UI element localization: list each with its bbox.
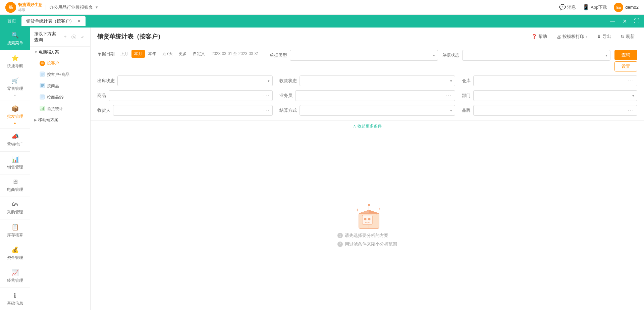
warehouse-field: 仓库 ··· [462, 75, 637, 86]
sidebar-item-search[interactable]: 🔍 搜索菜单 [0, 28, 30, 50]
export-btn[interactable]: ⬇ 导出 [594, 32, 614, 41]
svg-rect-7 [41, 75, 43, 75]
page-header: 销货单统计表（按客户） ❓ 帮助 🖨 按模板打印 ▾ ⬇ 导出 [91, 28, 644, 45]
sidebar-item-retail[interactable]: 🛒 零售管理 ▴ [0, 73, 30, 101]
settings-btn[interactable]: 设置 [614, 61, 637, 71]
out-status-label: 出库状态 [97, 78, 115, 84]
sidebar-item-quick-nav[interactable]: ⭐ 快捷导航 [0, 50, 30, 73]
scheme-item-customer-goods[interactable]: 按客户+商品 [30, 69, 90, 80]
collapse-bar[interactable]: ∧ 收起更多条件 [91, 120, 644, 132]
tab-minimize-btn[interactable]: — [608, 16, 617, 26]
salesman-input[interactable]: ··· [295, 90, 455, 101]
logo-area: 畅 畅捷通好生意 标版 [5, 2, 42, 13]
scheme-item-by-customer[interactable]: 客 按客户 [30, 58, 90, 69]
warehouse-label: 仓库 [462, 78, 471, 84]
print-icon: 🖨 [556, 34, 561, 39]
receiver-dots-icon: ··· [263, 107, 270, 113]
svg-rect-6 [41, 74, 44, 74]
dept-input[interactable]: ▾ [473, 90, 637, 101]
date-tab-custom[interactable]: 自定义 [190, 50, 208, 58]
pay-status-label: 收款状态 [279, 78, 297, 84]
message-btn[interactable]: 💬 消息 [559, 4, 576, 10]
collapse-sub-btn[interactable]: « [79, 33, 86, 41]
doc-status-input[interactable]: ▾ [462, 50, 610, 61]
tab-home[interactable]: 首页 [3, 16, 21, 26]
top-header: 畅 畅捷通好生意 标版 办公用品行业模拟账套 ▾ 💬 消息 📱 App下载 Ea [0, 0, 644, 15]
date-tab-more[interactable]: 更多 [176, 50, 190, 58]
sidebar-item-inventory[interactable]: 📋 库存核算 [0, 219, 30, 242]
date-tab-this-year[interactable]: 本年 [146, 50, 159, 58]
refresh-btn[interactable]: ↻ 刷新 [618, 32, 637, 41]
date-range: 2023-03-01 至 2023-03-31 [212, 51, 259, 57]
settlement-input[interactable]: ▾ [300, 105, 455, 116]
app-download-icon: 📱 [583, 4, 589, 10]
tab-bar: 首页 销货单统计表（按客户） ✕ — ✕ ⛶ [0, 15, 644, 28]
empty-tips: 1 请先选择要分析的方案 2 用过滤条件来缩小分析范围 [337, 232, 397, 247]
tab-sales-stats[interactable]: 销货单统计表（按客户） ✕ [21, 16, 86, 26]
sidebar-item-wholesale[interactable]: 📦 批发管理 ▴ [0, 101, 30, 129]
date-tab-this-month[interactable]: 本月 [131, 50, 145, 58]
doc-type-chevron-icon: ▾ [433, 53, 435, 58]
brand-input[interactable]: ··· [473, 105, 637, 116]
sidebar: 🔍 搜索菜单 ⭐ 快捷导航 🛒 零售管理 ▴ 📦 批发管理 ▴ 📣 营销推广 📊… [0, 28, 30, 310]
receiver-input[interactable]: ··· [113, 105, 273, 116]
query-btn[interactable]: 查询 [614, 50, 637, 60]
scheme-item-return-stats[interactable]: 退货统计 [30, 103, 90, 114]
svg-rect-15 [41, 98, 43, 98]
scheme-item-by-goods[interactable]: 按商品 [30, 80, 90, 92]
sidebar-item-operation[interactable]: 📈 经营管理 [0, 265, 30, 288]
app-download-btn[interactable]: 📱 App下载 [583, 4, 607, 10]
edit-scheme-btn[interactable]: ✎ [70, 33, 77, 41]
help-icon: ❓ [531, 34, 537, 39]
purchase-icon: 🛍 [12, 201, 18, 208]
print-btn[interactable]: 🖨 按模板打印 ▾ [554, 32, 590, 41]
inventory-icon: 📋 [11, 223, 19, 231]
svg-text:畅: 畅 [9, 5, 13, 10]
dept-chevron-icon: ▾ [632, 94, 634, 98]
svg-text:✎: ✎ [72, 35, 75, 39]
out-status-input[interactable]: ▾ [117, 75, 273, 86]
svg-rect-5 [41, 73, 44, 73]
sidebar-item-purchase[interactable]: 🛍 采购管理 [0, 197, 30, 219]
sidebar-item-marketing[interactable]: 📣 营销推广 [0, 129, 30, 152]
goods99-icon [40, 94, 45, 100]
tab-expand-btn[interactable]: ⛶ [632, 16, 641, 26]
svg-text:✦: ✦ [356, 207, 360, 213]
mobile-scheme-title[interactable]: ▶ 移动端方案 [30, 114, 90, 125]
sidebar-item-ecommerce[interactable]: 🖥 电商管理 [0, 174, 30, 197]
sidebar-item-sales[interactable]: 📊 销售管理 [0, 152, 30, 174]
empty-tip-1: 1 请先选择要分析的方案 [337, 232, 397, 239]
sidebar-item-finance[interactable]: 💰 资金管理 [0, 242, 30, 265]
date-tab-7days[interactable]: 近7天 [160, 50, 175, 58]
svg-text:✦: ✦ [376, 213, 378, 216]
settlement-field: 结算方式 ▾ [279, 105, 455, 116]
doc-type-input[interactable]: ▾ [290, 50, 438, 61]
salesman-field: 业务员 ··· [279, 90, 455, 101]
scheme-item-goods99[interactable]: 按商品99 [30, 92, 90, 103]
date-tab-last-month[interactable]: 上月 [117, 50, 131, 58]
add-scheme-btn[interactable]: + [61, 33, 69, 41]
help-btn[interactable]: ❓ 帮助 [529, 32, 550, 41]
salesman-label: 业务员 [279, 93, 292, 99]
tab-close-btn[interactable]: ✕ [77, 19, 81, 23]
svg-rect-9 [41, 84, 44, 85]
system-title[interactable]: 办公用品行业模拟账套 ▾ [49, 4, 98, 10]
filter-row-3: 商品 ··· 业务员 ··· 部门 [97, 90, 637, 101]
warehouse-input[interactable]: ··· [473, 75, 637, 86]
pay-status-input[interactable]: ▾ [300, 75, 455, 86]
goods-field: 商品 ··· [97, 90, 273, 101]
out-status-field: 出库状态 ▾ [97, 75, 273, 86]
svg-point-23 [364, 218, 367, 220]
tab-close-all-btn[interactable]: ✕ [620, 16, 629, 26]
main-layout: 🔍 搜索菜单 ⭐ 快捷导航 🛒 零售管理 ▴ 📦 批发管理 ▴ 📣 营销推广 📊… [0, 28, 644, 310]
desktop-scheme-title[interactable]: ▼ 电脑端方案 [30, 47, 90, 58]
header-right: 💬 消息 📱 App下载 Ea demo2 [559, 3, 639, 12]
user-avatar-area[interactable]: Ea demo2 [614, 3, 639, 12]
sub-sidebar-header: 按以下方案查询 + ✎ « [30, 28, 90, 47]
goods-input[interactable]: ··· [109, 90, 273, 101]
receiver-field: 收货人 ··· [97, 105, 273, 116]
warehouse-dots-icon: ··· [628, 78, 634, 84]
receiver-label: 收货人 [97, 107, 110, 113]
sidebar-item-basic[interactable]: ℹ 基础信息 [0, 288, 30, 310]
return-stats-icon [40, 106, 45, 112]
